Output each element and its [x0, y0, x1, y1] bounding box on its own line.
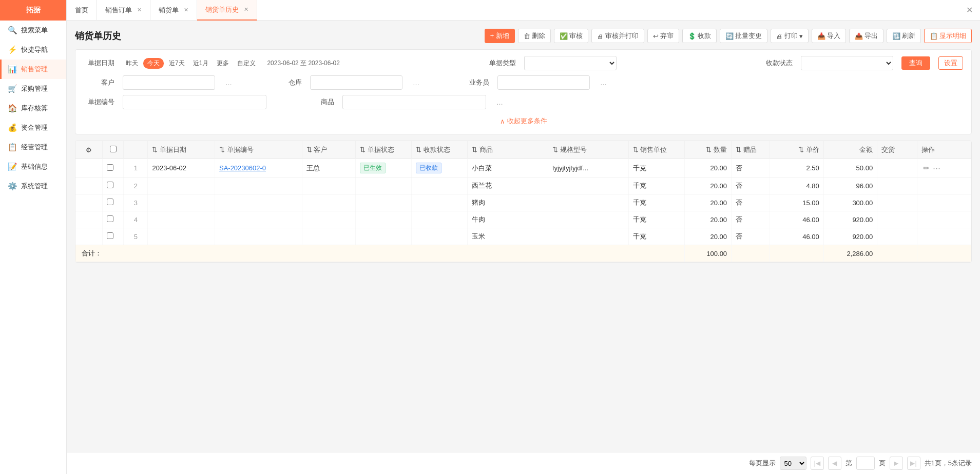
close-all-tabs[interactable]: ✕ [959, 5, 980, 15]
sidebar-item-inventory[interactable]: 🏠 库存核算 [0, 98, 66, 118]
cell-check[interactable] [102, 177, 124, 194]
sidebar-item-operations[interactable]: 📋 经营管理 [0, 137, 66, 157]
show-detail-button[interactable]: 📋 显示明细 [924, 29, 972, 43]
cell-action[interactable] [917, 228, 971, 245]
order-link-0[interactable]: SA-20230602-0 [219, 164, 266, 172]
cell-num: 5 [124, 228, 148, 245]
sidebar-item-basic-info[interactable]: 📝 基础信息 [0, 157, 66, 176]
sidebar-item-sys-mgmt[interactable]: ⚙️ 系统管理 [0, 176, 66, 196]
sidebar-item-purchase-mgmt[interactable]: 🛒 采购管理 [0, 79, 66, 98]
row-checkbox-0[interactable] [107, 164, 113, 171]
tab-sales-order-close[interactable]: ✕ [137, 7, 142, 13]
warehouse-input[interactable] [310, 75, 402, 90]
th-date[interactable]: ⇅ 单据日期 [148, 141, 215, 159]
th-price[interactable]: ⇅ 单价 [770, 141, 823, 159]
cell-order-no [215, 228, 302, 245]
page-prev-button[interactable]: ◀ [828, 457, 841, 470]
cell-settings [75, 159, 102, 177]
cell-gift: 否 [732, 177, 770, 194]
tab-sales-history[interactable]: 销货单历史 ✕ [197, 0, 257, 21]
new-button[interactable]: + 新增 [485, 29, 515, 43]
select-all-checkbox[interactable] [110, 146, 117, 152]
staff-dots[interactable]: … [598, 79, 609, 87]
date-quick-today[interactable]: 今天 [143, 58, 164, 69]
tab-sales-history-label: 销货单历史 [205, 5, 239, 14]
date-quick-custom[interactable]: 自定义 [234, 58, 259, 69]
cell-check[interactable] [102, 211, 124, 228]
delete-button[interactable]: 🗑 删除 [518, 29, 551, 43]
th-gift[interactable]: ⇅ 赠品 [732, 141, 770, 159]
th-amount[interactable]: 金额 [823, 141, 877, 159]
date-quick-more[interactable]: 更多 [214, 58, 232, 69]
page-last-button[interactable]: ▶| [907, 457, 920, 470]
date-quick-yesterday[interactable]: 昨天 [123, 58, 141, 69]
page-size-select[interactable]: 50 20 100 [780, 457, 806, 470]
query-button[interactable]: 查询 [901, 56, 930, 70]
th-doc-status[interactable]: ⇅ 单据状态 [356, 141, 412, 159]
refresh-button[interactable]: 🔃 刷新 [887, 29, 921, 43]
th-settings[interactable]: ⚙ [75, 141, 102, 159]
edit-icon-0[interactable]: ✏ [921, 164, 931, 172]
sidebar-item-search-menu[interactable]: 🔍 搜索菜单 [0, 21, 66, 40]
collapse-button[interactable]: ∧ 收起更多条件 [84, 114, 963, 128]
export-button[interactable]: 📤 导出 [849, 29, 883, 43]
date-quick-1month[interactable]: 近1月 [190, 58, 212, 69]
row-checkbox-4[interactable] [107, 232, 113, 239]
cell-goods: 牛肉 [468, 211, 548, 228]
row-checkbox-2[interactable] [107, 199, 113, 205]
more-icon-0[interactable]: ⋯ [931, 164, 942, 172]
cell-action[interactable] [917, 211, 971, 228]
cell-check[interactable] [102, 159, 124, 177]
customer-input[interactable] [123, 75, 215, 90]
cell-spec [548, 211, 628, 228]
goods-input[interactable] [342, 95, 486, 109]
print-button[interactable]: 🖨 打印 ▾ [771, 29, 809, 43]
th-checkbox[interactable] [102, 141, 124, 159]
th-unit[interactable]: ⇅ 销售单位 [628, 141, 684, 159]
batch-change-button[interactable]: 🔄 批量变更 [720, 29, 767, 43]
sidebar-item-sales-mgmt[interactable]: 📊 销售管理 [0, 60, 66, 79]
row-checkbox-1[interactable] [107, 182, 113, 188]
goods-dots[interactable]: … [494, 98, 505, 106]
review-button[interactable]: ✅ 审核 [554, 29, 588, 43]
tab-sales-goods-close[interactable]: ✕ [184, 7, 188, 13]
th-customer[interactable]: ⇅ 客户 [302, 141, 355, 159]
page-number-input[interactable]: 1 [856, 457, 875, 470]
tab-home[interactable]: 首页 [67, 0, 97, 21]
cell-action[interactable]: ✏⋯ [917, 159, 971, 177]
cell-check[interactable] [102, 194, 124, 211]
cell-goods: 玉米 [468, 228, 548, 245]
sidebar-item-finance[interactable]: 💰 资金管理 [0, 118, 66, 137]
doc-type-select[interactable] [524, 56, 617, 70]
settings-button[interactable]: 设置 [938, 56, 963, 70]
cell-check[interactable] [102, 228, 124, 245]
page-next-button[interactable]: ▶ [890, 457, 903, 470]
warehouse-dots[interactable]: … [411, 79, 421, 87]
cell-action[interactable] [917, 177, 971, 194]
customer-dots[interactable]: … [223, 79, 234, 87]
data-table: ⚙ ⇅ 单据日期 ⇅ 单据编号 ⇅ 客户 ⇅ 单据状态 ⇅ 收款状态 ⇅ 商品 … [75, 141, 972, 263]
pay-status-select[interactable] [801, 56, 893, 70]
row-checkbox-3[interactable] [107, 215, 113, 222]
date-quick-7days[interactable]: 近7天 [166, 58, 188, 69]
doc-num-input[interactable] [123, 95, 266, 109]
th-spec[interactable]: ⇅ 规格型号 [548, 141, 628, 159]
tab-sales-history-close[interactable]: ✕ [244, 6, 248, 13]
cell-action[interactable] [917, 194, 971, 211]
th-qty[interactable]: ⇅ 数量 [684, 141, 731, 159]
tab-home-label: 首页 [75, 6, 88, 15]
tab-sales-order[interactable]: 销售订单 ✕ [97, 0, 150, 21]
abandon-button[interactable]: ↩ 弃审 [647, 29, 679, 43]
filter-row-1: 单据日期 昨天 今天 近7天 近1月 更多 自定义 2023-06-02 至 2… [84, 56, 963, 70]
page-first-button[interactable]: |◀ [811, 457, 824, 470]
th-goods[interactable]: ⇅ 商品 [468, 141, 548, 159]
tab-sales-goods[interactable]: 销货单 ✕ [150, 0, 197, 21]
th-pay-status[interactable]: ⇅ 收款状态 [412, 141, 468, 159]
review-print-button[interactable]: 🖨 审核并打印 [591, 29, 644, 43]
th-order-no[interactable]: ⇅ 单据编号 [215, 141, 302, 159]
import-button[interactable]: 📥 导入 [812, 29, 846, 43]
collect-button[interactable]: 💲 收款 [682, 29, 717, 43]
th-trade[interactable]: 交货 [877, 141, 917, 159]
staff-input[interactable] [497, 75, 590, 90]
sidebar-item-quick-nav[interactable]: ⚡ 快捷导航 [0, 40, 66, 60]
